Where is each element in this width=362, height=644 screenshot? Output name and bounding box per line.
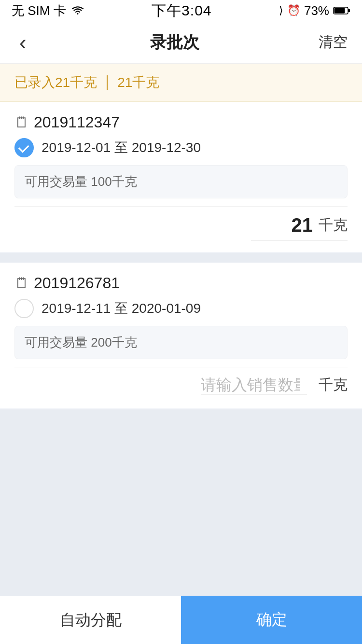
batch-item-1: 🗒 2019112347 2019-12-01 至 2019-12-30 可用交…: [0, 102, 362, 252]
recorded-label: 已录入21千克: [14, 73, 97, 92]
status-bar: 无 SIM 卡 下午3:04 ⟩ ⏰ 73%: [0, 0, 362, 21]
wifi-icon: [71, 6, 84, 15]
section-separator: [0, 253, 362, 263]
info-banner: 已录入21千克 21千克: [0, 64, 362, 102]
batch-date-1: 2019-12-01 至 2019-12-30: [42, 139, 201, 157]
radio-checked-1[interactable]: [14, 138, 34, 157]
batch-item-2: 🗒 2019126781 2019-12-11 至 2020-01-09 可用交…: [0, 263, 362, 408]
info-value: 21千克: [117, 73, 159, 92]
svg-rect-2: [334, 8, 345, 14]
carrier-text: 无 SIM 卡: [12, 2, 66, 19]
location-icon: ⟩: [279, 4, 283, 17]
confirm-button[interactable]: 确定: [181, 596, 362, 644]
amount-unit-2: 千克: [319, 375, 348, 395]
empty-area: [0, 409, 362, 602]
time-display: 下午3:04: [152, 1, 211, 21]
status-left: 无 SIM 卡: [12, 2, 84, 19]
batch-id-1: 2019112347: [34, 113, 120, 131]
bottom-bar: 自动分配 确定: [0, 596, 362, 644]
nav-bar: ‹ 录批次 清空: [0, 21, 362, 64]
amount-underline-1: [251, 240, 348, 240]
batch-header-1: 🗒 2019112347: [14, 113, 348, 131]
status-right: ⟩ ⏰ 73%: [279, 3, 350, 18]
svg-rect-1: [348, 9, 350, 12]
batch-date-row-1[interactable]: 2019-12-01 至 2019-12-30: [14, 138, 348, 157]
batch-icon-2: 🗒: [14, 275, 29, 292]
batch-available-2: 可用交易量 200千克: [14, 326, 348, 359]
battery-text: 73%: [304, 3, 329, 18]
batch-header-2: 🗒 2019126781: [14, 274, 348, 292]
batch-amount-row-1: 21 千克: [14, 206, 348, 240]
alarm-icon: ⏰: [287, 4, 300, 17]
info-divider: [107, 75, 108, 90]
batch-amount-row-2: 千克: [14, 367, 348, 399]
auto-distribute-button[interactable]: 自动分配: [0, 596, 181, 644]
clear-button[interactable]: 清空: [319, 32, 348, 52]
back-button[interactable]: ‹: [14, 26, 31, 59]
amount-value-1: 21: [292, 214, 313, 236]
amount-unit-1: 千克: [319, 215, 348, 235]
battery-icon: [333, 6, 350, 15]
batch-icon-1: 🗒: [14, 114, 29, 131]
batch-date-row-2[interactable]: 2019-12-11 至 2020-01-09: [14, 299, 348, 318]
batch-id-2: 2019126781: [34, 274, 120, 292]
batch-date-2: 2019-12-11 至 2020-01-09: [42, 299, 201, 318]
page-title: 录批次: [150, 31, 199, 54]
batch-available-1: 可用交易量 100千克: [14, 165, 348, 198]
radio-unchecked-2[interactable]: [14, 299, 34, 318]
amount-input-2[interactable]: [201, 376, 307, 394]
